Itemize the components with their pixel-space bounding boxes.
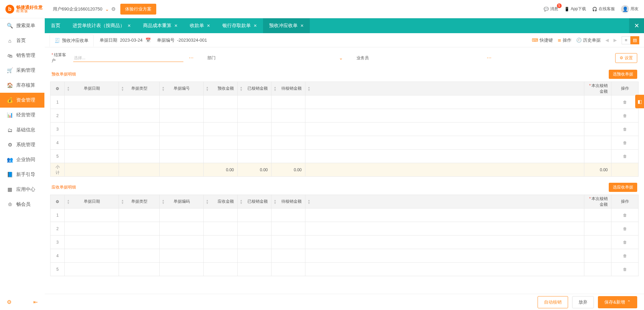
delete-row-button[interactable]: 🗑	[611, 95, 639, 109]
sidebar-item-guide[interactable]: 📘新手引导	[0, 167, 44, 182]
col-doc-code[interactable]: ▴▾单据编码	[160, 195, 204, 208]
col-verified-amount[interactable]: ▴▾已核销金额	[238, 195, 271, 208]
sidebar-item-purchase[interactable]: 🛒采购管理	[0, 63, 44, 78]
shortcut-link[interactable]: ⌨快捷键	[532, 37, 553, 43]
view-list-button[interactable]: ≡	[622, 36, 630, 44]
delete-row-button[interactable]: 🗑	[611, 249, 639, 263]
table-row[interactable]: 3🗑	[51, 236, 639, 249]
table-row[interactable]: 5🗑	[51, 263, 639, 276]
chevron-down-icon[interactable]: ⌄	[339, 55, 343, 61]
close-icon[interactable]: ✕	[207, 23, 210, 28]
col-receivable-amount[interactable]: ▴▾应收金额	[204, 195, 238, 208]
delete-row-button[interactable]: 🗑	[611, 136, 639, 150]
tab-bank-withdraw[interactable]: 银行存取款单✕	[216, 18, 263, 33]
delete-row-button[interactable]: 🗑	[611, 109, 639, 123]
column-config-button[interactable]: ⚙	[51, 82, 65, 95]
select-receivable-button[interactable]: 选应收单据	[609, 183, 637, 192]
select-prepay-button[interactable]: 选预收单据	[609, 70, 637, 79]
customer-input[interactable]	[73, 54, 183, 62]
tab-prepay-offset[interactable]: 预收冲应收单✕	[263, 18, 310, 33]
auto-verify-button[interactable]: 自动核销	[538, 296, 568, 308]
side-drawer-toggle[interactable]: ◧	[635, 95, 644, 108]
prepay-section-title: 预收单据明细	[52, 71, 76, 77]
next-doc-icon[interactable]: ▶	[613, 38, 617, 43]
sidebar-item-search[interactable]: 🔍搜索菜单	[0, 18, 44, 33]
salesman-field[interactable]: 业务员 ⋯	[357, 54, 492, 62]
col-this-verify-amount[interactable]: *本次核销金额	[584, 195, 611, 208]
sidebar-item-member[interactable]: ♔畅会员	[0, 197, 44, 212]
view-form-button[interactable]: ▤	[630, 36, 639, 44]
history-link[interactable]: 🕘历史单据	[576, 37, 601, 43]
sidebar-item-home[interactable]: ⌂首页	[0, 33, 44, 48]
operate-link[interactable]: ≣操作	[558, 37, 571, 43]
table-row[interactable]: 4🗑	[51, 136, 639, 150]
subtotal-row: 小计 0.00 0.00 0.00 0.00	[51, 163, 639, 177]
table-row[interactable]: 5🗑	[51, 150, 639, 163]
sidebar-item-sales[interactable]: 🛍销售管理	[0, 48, 44, 63]
user-menu[interactable]: 👤 用友	[621, 5, 639, 13]
ellipsis-icon[interactable]: ⋯	[487, 55, 492, 61]
tab-receipt[interactable]: 收款单✕	[184, 18, 216, 33]
settings-button[interactable]: ⚙设置	[615, 53, 637, 63]
support-link[interactable]: 🎧 在线客服	[592, 6, 615, 12]
gear-icon[interactable]: ⚙	[111, 6, 116, 12]
salesman-input[interactable]	[373, 54, 481, 62]
close-icon[interactable]: ✕	[127, 23, 131, 28]
col-prepay-amount[interactable]: ▴▾预收金额	[204, 82, 238, 95]
col-doc-type[interactable]: ▴▾单据类型	[119, 195, 160, 208]
delete-row-button[interactable]: 🗑	[611, 123, 639, 136]
prev-doc-icon[interactable]: ◀	[605, 38, 609, 43]
sidebar-item-inventory[interactable]: 🏠库存核算	[0, 78, 44, 93]
sidebar-item-operations[interactable]: 📊经营管理	[0, 108, 44, 123]
sidebar-item-funds[interactable]: 💰资金管理	[0, 93, 44, 108]
org-name: 用户690企业1660120750	[53, 6, 102, 12]
trial-button[interactable]: 体验行业方案	[120, 4, 156, 15]
messages-link[interactable]: 💬 消息 5	[544, 6, 558, 12]
tab-home[interactable]: 首页	[45, 18, 66, 33]
ellipsis-icon[interactable]: ⋯	[189, 55, 194, 61]
tab-cost-recalc[interactable]: 商品成本重算✕	[137, 18, 184, 33]
sidebar-item-system[interactable]: ⚙系统管理	[0, 137, 44, 152]
col-doc-type[interactable]: ▴▾单据类型	[119, 82, 160, 95]
delete-row-button[interactable]: 🗑	[611, 263, 639, 276]
dept-input[interactable]	[220, 54, 328, 62]
calendar-icon: 📅	[145, 38, 151, 43]
close-all-tabs-button[interactable]: ✕	[629, 18, 644, 33]
delete-row-button[interactable]: 🗑	[611, 222, 639, 236]
col-this-verify-amount[interactable]: *本次核销金额	[584, 82, 611, 95]
table-row[interactable]: 4🗑	[51, 249, 639, 263]
column-config-button[interactable]: ⚙	[51, 195, 65, 208]
close-icon[interactable]: ✕	[174, 23, 178, 28]
doc-date-field[interactable]: 单据日期 2023-03-24 📅	[100, 37, 151, 43]
table-row[interactable]: 1🗑	[51, 208, 639, 222]
customer-field[interactable]: *结算客户 ⋯	[52, 52, 194, 64]
table-row[interactable]: 1🗑	[51, 95, 639, 109]
org-selector[interactable]: 用户690企业1660120750 ⌄	[53, 6, 109, 12]
tab-inbound-report[interactable]: 进货单统计表（按商品）✕	[66, 18, 137, 33]
save-new-button[interactable]: 保存&新增⌃	[598, 296, 637, 308]
col-doc-date[interactable]: ▴▾单据日期	[65, 82, 119, 95]
dept-field[interactable]: 部门 ⌄	[207, 54, 343, 62]
close-icon[interactable]: ✕	[300, 23, 304, 28]
sidebar-item-appcenter[interactable]: ▦应用中心	[0, 182, 44, 197]
delete-row-button[interactable]: 🗑	[611, 236, 639, 249]
col-pending-amount[interactable]: ▴▾待核销金额	[271, 82, 305, 95]
col-pending-amount[interactable]: ▴▾待核销金额	[271, 195, 305, 208]
doc-type-tab[interactable]: 🧾 预收冲应收单	[49, 35, 94, 47]
table-row[interactable]: 3🗑	[51, 123, 639, 136]
col-doc-date[interactable]: ▴▾单据日期	[65, 195, 119, 208]
brand-sub: 精简版	[16, 9, 43, 13]
table-row[interactable]: 2🗑	[51, 109, 639, 123]
close-icon[interactable]: ✕	[254, 23, 257, 28]
col-verified-amount[interactable]: ▴▾已核销金额	[238, 82, 271, 95]
col-doc-no[interactable]: ▴▾单据编号	[160, 82, 204, 95]
sidebar-gear-icon[interactable]: ⚙	[7, 299, 12, 305]
discard-button[interactable]: 放弃	[572, 296, 594, 308]
table-row[interactable]: 2🗑	[51, 222, 639, 236]
delete-row-button[interactable]: 🗑	[611, 208, 639, 222]
sidebar-item-collab[interactable]: 👥企业协同	[0, 152, 44, 167]
sidebar-item-basicinfo[interactable]: 🗂基础信息	[0, 123, 44, 137]
app-download-link[interactable]: 📱 App下载	[564, 6, 586, 12]
delete-row-button[interactable]: 🗑	[611, 150, 639, 163]
collapse-icon[interactable]: ⇤	[33, 299, 38, 305]
